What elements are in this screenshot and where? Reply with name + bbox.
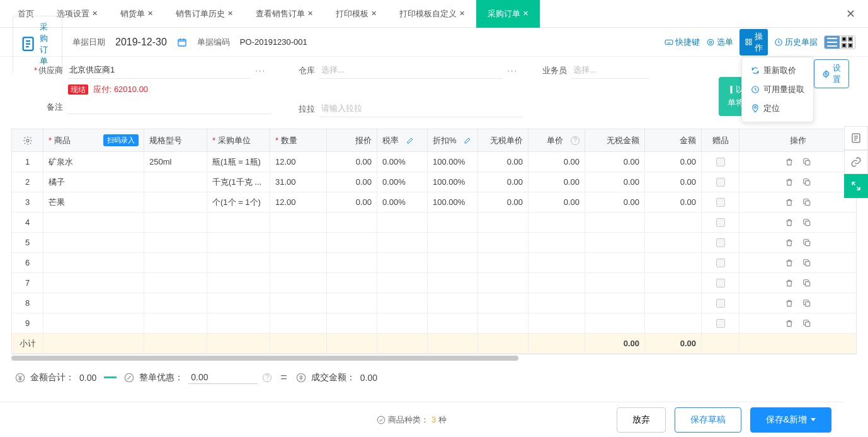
discount-label: 整单优惠： xyxy=(139,372,183,383)
copy-icon[interactable] xyxy=(802,198,811,207)
svg-rect-7 xyxy=(746,43,748,45)
gift-checkbox xyxy=(716,319,725,328)
warehouse-more[interactable]: ··· xyxy=(502,66,523,75)
operate-button[interactable]: 操作 xyxy=(740,29,768,55)
settings-button[interactable]: 设置 xyxy=(814,59,849,88)
tab-sales[interactable]: 销货单✕ xyxy=(109,0,164,28)
product-count: 商品种类： 3 种 xyxy=(377,414,447,426)
operate-dropdown: 重新取价 可用量提取 定位 xyxy=(741,57,814,122)
table-row[interactable]: 5 xyxy=(12,233,856,253)
close-icon[interactable]: ✕ xyxy=(307,9,313,18)
shortcut-link[interactable]: 快捷键 xyxy=(665,37,700,48)
help-icon[interactable]: ? xyxy=(571,136,580,145)
delete-icon[interactable] xyxy=(785,198,794,207)
keyboard-icon xyxy=(665,38,673,47)
help-icon[interactable]: ? xyxy=(263,373,271,382)
supplier-field[interactable]: 北京供应商1 xyxy=(68,62,250,79)
discount-input[interactable]: 0.00 xyxy=(188,371,258,384)
select-link[interactable]: 选单 xyxy=(706,37,733,48)
operator-field[interactable]: 选择... xyxy=(572,62,649,79)
copy-icon[interactable] xyxy=(802,319,811,328)
copy-icon[interactable] xyxy=(802,218,811,227)
deal-icon xyxy=(296,373,306,383)
side-link[interactable] xyxy=(844,150,868,174)
doc-date-value[interactable]: 2019-12-30 xyxy=(115,37,167,48)
balance-info: 现结 应付: 62010.00 xyxy=(68,84,148,95)
svg-rect-1 xyxy=(178,39,186,46)
supplier-label: 供应商 xyxy=(19,65,63,76)
scan-button[interactable]: 扫码录入 xyxy=(103,134,139,146)
document-header: 采购订单 单据日期 2019-12-30 单据编码 PO-20191230-00… xyxy=(0,28,868,57)
view-list[interactable] xyxy=(825,36,840,49)
discard-button[interactable]: 放弃 xyxy=(617,407,666,433)
supplier-more[interactable]: ··· xyxy=(250,66,271,75)
col-notax-price: 无税单价 xyxy=(478,129,528,151)
warehouse-field[interactable]: 选择... xyxy=(320,62,502,79)
tab-print-tpl[interactable]: 打印模板✕ xyxy=(324,0,388,28)
close-icon[interactable]: ✕ xyxy=(523,9,528,18)
history-link[interactable]: 历史单据 xyxy=(774,37,818,48)
yen-icon xyxy=(15,373,25,383)
copy-icon[interactable] xyxy=(802,178,811,187)
table-row[interactable]: 3芒果个(1个 = 1个)12.000.000.00%100.00%0.000.… xyxy=(12,192,856,213)
table-row[interactable]: 4 xyxy=(12,213,856,233)
table-row[interactable]: 8 xyxy=(12,293,856,313)
svg-rect-11 xyxy=(848,37,852,41)
close-icon[interactable]: ✕ xyxy=(371,9,377,18)
copy-icon[interactable] xyxy=(802,299,811,308)
copy-icon[interactable] xyxy=(802,158,811,166)
remark-field[interactable] xyxy=(68,100,271,114)
delete-icon[interactable] xyxy=(785,259,794,267)
dd-locate[interactable]: 定位 xyxy=(742,99,813,118)
refresh-icon xyxy=(751,66,760,75)
delete-icon[interactable] xyxy=(785,218,794,227)
close-all-tabs[interactable]: ✕ xyxy=(840,7,862,21)
tab-sales-history[interactable]: 销售订单历史✕ xyxy=(164,0,244,28)
svg-point-3 xyxy=(707,39,713,45)
col-config[interactable] xyxy=(12,129,43,151)
tab-print-custom[interactable]: 打印模板自定义✕ xyxy=(388,0,476,28)
delete-icon[interactable] xyxy=(785,238,794,247)
calendar-icon[interactable] xyxy=(177,37,187,47)
delete-icon[interactable] xyxy=(785,178,794,187)
tab-view-sales[interactable]: 查看销售订单✕ xyxy=(244,0,324,28)
subtotal-row: 小计 0.00 0.00 xyxy=(12,334,856,354)
grid-header: *商品扫码录入 规格型号 *采购单位 *数量 报价 税率 折扣% 无税单价 单价… xyxy=(12,129,856,152)
close-icon[interactable]: ✕ xyxy=(227,9,233,18)
side-expand[interactable] xyxy=(844,174,868,198)
delete-icon[interactable] xyxy=(785,299,794,308)
svg-point-14 xyxy=(825,73,827,74)
view-grid[interactable] xyxy=(840,36,855,49)
lala-field[interactable]: 请输入拉拉 xyxy=(320,100,523,117)
svg-rect-23 xyxy=(805,261,809,265)
edit-icon[interactable] xyxy=(464,137,471,144)
col-unit-price: 单价 ? xyxy=(528,129,585,151)
delete-icon[interactable] xyxy=(785,279,794,288)
close-icon[interactable]: ✕ xyxy=(92,9,98,18)
copy-icon[interactable] xyxy=(802,259,811,267)
copy-icon[interactable] xyxy=(802,238,811,247)
table-row[interactable]: 7 xyxy=(12,273,856,293)
col-amount: 金额 xyxy=(645,129,702,151)
target-icon xyxy=(706,38,715,47)
delete-icon[interactable] xyxy=(785,319,794,328)
table-row[interactable]: 9 xyxy=(12,313,856,334)
save-draft-button[interactable]: 保存草稿 xyxy=(675,407,741,433)
close-icon[interactable]: ✕ xyxy=(459,9,465,18)
col-gift: 赠品 xyxy=(702,129,740,151)
side-note[interactable] xyxy=(844,126,868,150)
table-row[interactable]: 1矿泉水250ml瓶(1瓶 = 1瓶)12.000.000.00%100.00%… xyxy=(12,152,856,172)
dd-reprice[interactable]: 重新取价 xyxy=(742,61,813,80)
delete-icon[interactable] xyxy=(785,158,794,166)
table-row[interactable]: 2橘子千克(1千克 ...31.000.000.00%100.00%0.000.… xyxy=(12,172,856,192)
doc-no-value: PO-20191230-001 xyxy=(240,37,307,47)
save-new-button[interactable]: 保存&新增 xyxy=(750,407,831,433)
table-row[interactable]: 6 xyxy=(12,253,856,273)
copy-icon[interactable] xyxy=(802,279,811,288)
dd-stock[interactable]: 可用量提取 xyxy=(742,80,813,99)
tab-purchase-order[interactable]: 采购订单✕ xyxy=(476,0,540,28)
gift-checkbox xyxy=(716,158,725,166)
close-icon[interactable]: ✕ xyxy=(147,9,153,18)
edit-icon[interactable] xyxy=(406,137,414,144)
horizontal-scrollbar[interactable] xyxy=(11,356,857,362)
